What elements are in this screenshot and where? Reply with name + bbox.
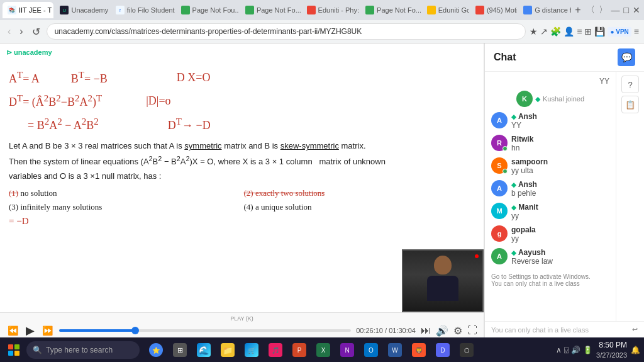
system-clock[interactable]: 8:50 PM 3/27/2023 [596,341,627,359]
chat-icon-button[interactable]: 💬 [618,48,635,66]
taskbar-search-text: Type here to search [46,346,113,354]
taskbar-app1[interactable]: ⬡ [455,339,478,361]
maximize-button[interactable]: □ [623,5,630,15]
skip-next-icon[interactable]: ⏭ [421,325,431,336]
avatar-kushal: K [516,91,533,107]
onenote-icon: N [340,343,354,357]
taskbar-excel[interactable]: X [312,339,335,361]
webcam-overlay [402,249,484,312]
back-10s-button[interactable]: ⏪ [6,325,19,336]
back-button[interactable]: ‹ [5,25,13,38]
tab-unacademy[interactable]: U Unacademy ✕ [55,2,109,18]
option-1-label: (1) no solution [9,188,57,198]
tab-gdist[interactable]: G distance fro: [518,2,571,18]
vpn-badge: ● VPN [608,27,631,37]
new-tab-button[interactable]: + [572,4,583,16]
forward-button[interactable]: › [17,25,25,38]
outlook-icon: O [364,343,378,357]
pin-icon[interactable]: ≡ [577,26,582,37]
tab-favicon-filo: f [116,6,125,14]
taskbar-search[interactable]: 🔍 Type here to search [26,341,140,359]
tab-nav-next[interactable]: 〉 [597,4,609,16]
win-logo-sq1 [8,344,13,349]
calc-result: = −D [9,216,475,227]
extension-icon[interactable]: 🧩 [550,26,561,37]
tab-favicon-eduniti2 [427,6,436,14]
network-icon[interactable]: ⍌ [564,346,569,354]
bookmark-icon[interactable]: ★ [530,26,538,37]
battery-icon[interactable]: 🔋 [583,346,592,354]
msg-text-ansh-1: YY [511,121,537,130]
reload-button[interactable]: ↺ [30,25,43,39]
taskbar-discord[interactable]: D [431,339,454,361]
avatar-manit: M [491,203,508,219]
profile-icon[interactable]: 👤 [564,26,574,37]
menu-icon[interactable]: ≡ [634,26,639,37]
webcam-recording-dot [475,254,479,258]
taskbar-task-view[interactable]: ⊞ [169,339,191,361]
tab-pg1[interactable]: Page Not Fou... ✕ [176,2,239,18]
tab-label-gdist: G distance fro: [535,6,571,14]
chat-send-icon[interactable]: ↩ [632,325,638,334]
forward-10s-button[interactable]: ⏩ [41,325,54,336]
chevron-up-icon[interactable]: ∧ [556,346,562,354]
options-grid: (1) no solution (2) exactly two solution… [9,188,475,212]
progress-bar[interactable] [59,329,351,332]
tab-eduniti2[interactable]: Eduniti Gold [422,2,469,18]
tab-nav-buttons: 〈 〉 — □ ✕ [585,4,641,16]
notifications-icon[interactable]: 🔔 [631,346,640,354]
avatar-ansh-1: A [491,112,508,128]
tab-favicon-unacademy: U [60,6,69,14]
tab-label-pg3: Page Not Fo... [377,6,421,14]
minimize-button[interactable]: — [610,5,621,15]
share-icon[interactable]: ↗ [540,26,548,37]
avatar-gopala: g [491,225,508,242]
taskbar-cortana[interactable]: ⭐ [145,339,167,361]
save-icon[interactable]: 💾 [594,26,605,37]
taskbar-word[interactable]: W [384,339,406,361]
chat-user-info-gopala: gopala yy [511,225,536,243]
tab-filo[interactable]: f filo Filo Student: ✕ [111,2,175,18]
video-controls: PLAY (K) ⏪ ▶ ⏩ 00:26:10 / 01:30:04 ⏭ 🔊 ⚙… [0,312,484,337]
taskbar-explorer[interactable]: 📁 [216,339,239,361]
tab-bar: 📚 IIT JEE - T ✕ U Unacademy ✕ f filo Fil… [0,0,644,20]
tab-favicon-pg1 [181,6,190,14]
taskbar-onenote[interactable]: N [336,339,358,361]
taskbar-outlook[interactable]: O [360,339,382,361]
time-display: 00:26:10 / 01:30:04 [356,327,416,334]
misc-app-icon: ⬡ [460,343,474,357]
start-button[interactable] [4,340,24,360]
close-button[interactable]: ✕ [631,5,641,15]
taskbar-edge[interactable]: 🌊 [192,339,215,361]
tab-label-pg2: Page Not Fo... [257,6,301,14]
chat-notes-button[interactable]: 📋 [621,96,639,113]
address-input[interactable] [47,23,526,40]
taskbar-media[interactable]: 🎵 [264,339,287,361]
taskbar-brave[interactable]: 🦁 [408,339,430,361]
chat-msg-gopala: g gopala yy [491,225,609,243]
volume-icon[interactable]: 🔊 [436,325,448,337]
tab-iit-jee[interactable]: 📚 IIT JEE - T ✕ [3,2,53,18]
fullscreen-icon[interactable]: ⛶ [467,325,477,336]
settings-icon[interactable]: ⚙ [453,325,462,337]
win-logo-sq2 [14,344,19,349]
volume-tray-icon[interactable]: 🔊 [571,346,580,354]
formula-dx-equals-0: D X=O [177,69,211,87]
taskbar-ppt[interactable]: P [288,339,311,361]
username-ritwik: Ritwik [511,135,533,144]
chat-panel: Chat 💬 YY K ◆ Kushal joined A [484,43,644,337]
grid-icon[interactable]: ⊞ [584,26,592,37]
taskbar-store[interactable]: 🛒 [240,339,263,361]
explorer-icon: 📁 [221,343,235,357]
tab-motion[interactable]: (945) Motio: [470,2,517,18]
win-logo-sq3 [8,351,13,356]
username-manit: ◆ Manit [511,203,538,212]
tab-nav-prev[interactable]: 〈 [585,4,596,16]
tab-eduniti[interactable]: Eduniti - Phy: ✕ [302,2,360,18]
play-pause-button[interactable]: ▶ [25,324,36,337]
chat-question-button[interactable]: ? [621,76,639,93]
tab-pg3[interactable]: Page Not Fo... ✕ [360,2,421,18]
taskbar-search-icon: 🔍 [33,346,42,354]
tab-favicon-iit: 📚 [8,6,16,14]
tab-pg2[interactable]: Page Not Fo... ✕ [240,2,301,18]
